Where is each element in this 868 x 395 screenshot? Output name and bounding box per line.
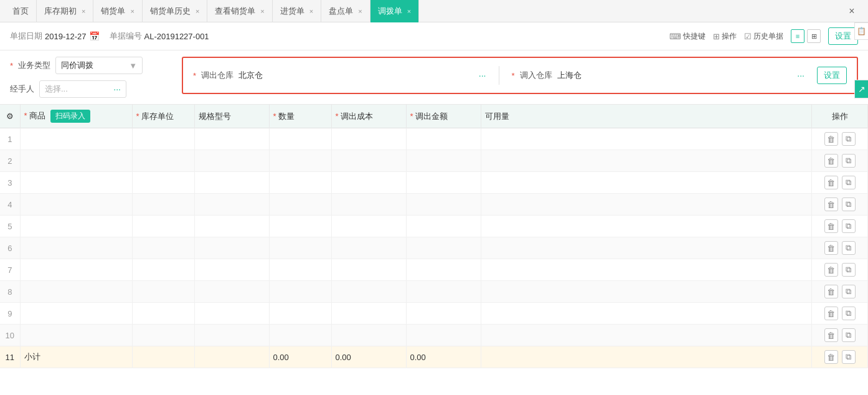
history-action[interactable]: ☑ 历史单据 <box>744 31 783 42</box>
cell-spec-2[interactable] <box>194 150 269 172</box>
cell-amount-1[interactable] <box>406 128 481 150</box>
cell-amount-8[interactable] <box>406 281 481 303</box>
tab-purchase[interactable]: 进货单 × <box>273 0 321 22</box>
cell-unit-6[interactable] <box>132 237 194 259</box>
cell-unit-7[interactable] <box>132 259 194 281</box>
cell-quantity-7[interactable] <box>269 259 331 281</box>
copy-btn-5[interactable]: ⧉ <box>842 219 856 233</box>
layout-icon-grid[interactable]: ⊞ <box>807 29 821 43</box>
cell-available-10[interactable] <box>481 325 812 346</box>
copy-btn-10[interactable]: ⧉ <box>842 328 856 342</box>
cell-product-10[interactable] <box>20 325 132 346</box>
cell-available-4[interactable] <box>481 194 812 216</box>
cell-spec-7[interactable] <box>194 259 269 281</box>
delete-btn-3[interactable]: 🗑 <box>824 176 838 189</box>
business-type-select[interactable]: 同价调拨 ▼ <box>55 57 143 74</box>
tab-sales-order[interactable]: 销货单 × <box>93 0 142 22</box>
cell-product-7[interactable] <box>20 259 132 281</box>
copy-btn-3[interactable]: ⧉ <box>842 176 856 189</box>
copy-btn-11[interactable]: ⧉ <box>842 350 856 364</box>
cell-unit-1[interactable] <box>132 128 194 150</box>
cell-quantity-11[interactable]: 0.00 <box>269 346 331 368</box>
tab-sales-order-close[interactable]: × <box>130 7 134 15</box>
cell-amount-7[interactable] <box>406 259 481 281</box>
sidebar-expand-button[interactable]: ↗ <box>854 80 868 98</box>
tab-transfer[interactable]: 调拨单 × <box>370 0 419 22</box>
warehouse-out-more[interactable]: ··· <box>479 70 486 80</box>
cell-unit-4[interactable] <box>132 194 194 216</box>
cell-cost-4[interactable] <box>331 194 406 216</box>
delete-btn-11[interactable]: 🗑 <box>824 350 838 364</box>
delete-btn-8[interactable]: 🗑 <box>824 285 838 298</box>
tab-view-sales-close[interactable]: × <box>260 7 264 15</box>
copy-btn-6[interactable]: ⧉ <box>842 241 856 255</box>
cell-spec-8[interactable] <box>194 281 269 303</box>
sidebar-doc-button[interactable]: 📋 <box>854 22 868 40</box>
cell-available-1[interactable] <box>481 128 812 150</box>
cell-cost-6[interactable] <box>331 237 406 259</box>
cell-spec-6[interactable] <box>194 237 269 259</box>
cell-quantity-8[interactable] <box>269 281 331 303</box>
cell-cost-3[interactable] <box>331 172 406 194</box>
warehouse-in-more[interactable]: ··· <box>797 70 804 80</box>
cell-cost-9[interactable] <box>331 303 406 325</box>
cell-unit-2[interactable] <box>132 150 194 172</box>
tab-sales-history-close[interactable]: × <box>196 7 199 15</box>
cell-product-4[interactable] <box>20 194 132 216</box>
copy-btn-2[interactable]: ⧉ <box>842 154 856 168</box>
cell-spec-5[interactable] <box>194 216 269 237</box>
delete-btn-10[interactable]: 🗑 <box>824 328 838 342</box>
cell-cost-8[interactable] <box>331 281 406 303</box>
cell-amount-2[interactable] <box>406 150 481 172</box>
cell-amount-9[interactable] <box>406 303 481 325</box>
tab-view-sales[interactable]: 查看销货单 × <box>207 0 272 22</box>
cell-unit-3[interactable] <box>132 172 194 194</box>
cell-amount-11[interactable]: 0.00 <box>406 346 481 368</box>
contact-more-dots[interactable]: ··· <box>113 84 121 94</box>
scan-button[interactable]: 扫码录入 <box>50 110 90 123</box>
cell-amount-4[interactable] <box>406 194 481 216</box>
cell-amount-3[interactable] <box>406 172 481 194</box>
cell-unit-10[interactable] <box>132 325 194 346</box>
cell-available-9[interactable] <box>481 303 812 325</box>
settings-button[interactable]: 设置 <box>828 27 858 45</box>
copy-btn-9[interactable]: ⧉ <box>842 307 856 320</box>
cell-spec-11[interactable] <box>194 346 269 368</box>
cell-available-11[interactable] <box>481 346 812 368</box>
cell-product-9[interactable] <box>20 303 132 325</box>
cell-amount-5[interactable] <box>406 216 481 237</box>
tab-transfer-close[interactable]: × <box>407 7 411 15</box>
cell-amount-10[interactable] <box>406 325 481 346</box>
cell-spec-10[interactable] <box>194 325 269 346</box>
copy-btn-4[interactable]: ⧉ <box>842 198 856 211</box>
cell-spec-1[interactable] <box>194 128 269 150</box>
cell-quantity-4[interactable] <box>269 194 331 216</box>
cell-spec-4[interactable] <box>194 194 269 216</box>
cell-cost-10[interactable] <box>331 325 406 346</box>
cell-quantity-2[interactable] <box>269 150 331 172</box>
copy-btn-7[interactable]: ⧉ <box>842 263 856 277</box>
cell-product-1[interactable] <box>20 128 132 150</box>
gear-header[interactable]: ⚙ <box>0 105 20 128</box>
shortcut-action[interactable]: ⌨ 快捷键 <box>669 31 705 42</box>
copy-btn-8[interactable]: ⧉ <box>842 285 856 298</box>
tab-inventory[interactable]: 盘点单 × <box>321 0 370 22</box>
cell-product-8[interactable] <box>20 281 132 303</box>
cell-spec-9[interactable] <box>194 303 269 325</box>
cell-available-6[interactable] <box>481 237 812 259</box>
cell-quantity-9[interactable] <box>269 303 331 325</box>
operation-action[interactable]: ⊞ 操作 <box>713 31 737 42</box>
cell-available-5[interactable] <box>481 216 812 237</box>
cell-quantity-10[interactable] <box>269 325 331 346</box>
cell-unit-9[interactable] <box>132 303 194 325</box>
layout-icon-list[interactable]: ≡ <box>791 29 804 43</box>
form-settings-button[interactable]: 设置 <box>817 67 847 84</box>
tab-inventory-init[interactable]: 库存期初 × <box>37 0 93 22</box>
cell-quantity-6[interactable] <box>269 237 331 259</box>
cell-quantity-1[interactable] <box>269 128 331 150</box>
calendar-icon[interactable]: 📅 <box>89 31 100 41</box>
cell-available-7[interactable] <box>481 259 812 281</box>
delete-btn-7[interactable]: 🗑 <box>824 263 838 277</box>
cell-amount-6[interactable] <box>406 237 481 259</box>
cell-unit-11[interactable] <box>132 346 194 368</box>
